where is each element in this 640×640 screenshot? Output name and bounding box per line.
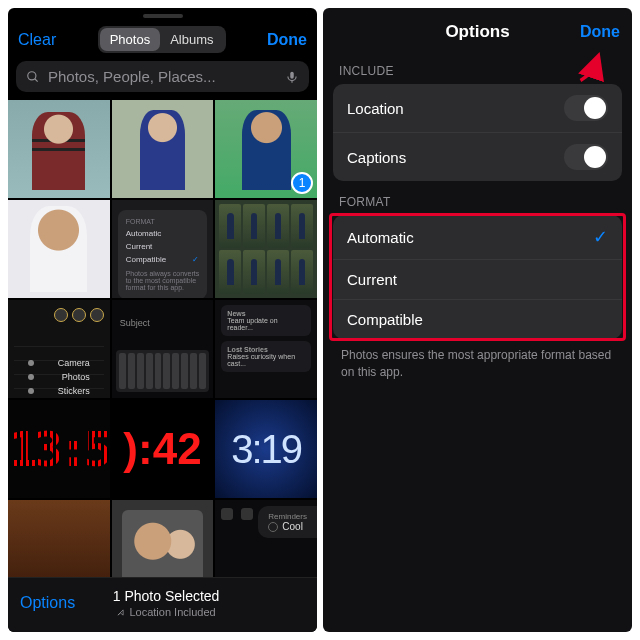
section-include-label: INCLUDE <box>323 50 632 84</box>
done-button[interactable]: Done <box>267 31 307 49</box>
photo-thumb[interactable] <box>8 500 110 577</box>
options-button[interactable]: Options <box>20 594 75 612</box>
format-footer-note: Photos ensures the most appropriate form… <box>323 339 632 381</box>
photo-thumb[interactable]: 13:5 <box>8 400 110 498</box>
photo-thumb[interactable]: Camera Photos Stickers Audio <box>8 300 110 398</box>
photo-picker-screen: Clear Photos Albums Done Photos, People,… <box>8 8 317 632</box>
captions-row[interactable]: Captions <box>333 132 622 181</box>
search-placeholder: Photos, People, Places... <box>48 68 277 85</box>
segment-albums[interactable]: Albums <box>160 28 223 51</box>
section-format-label: FORMAT <box>323 181 632 215</box>
include-group: Location Captions <box>333 84 622 181</box>
photo-thumb[interactable]: FORMAT Automatic Current Compatible Phot… <box>112 200 214 298</box>
format-compatible-label: Compatible <box>347 311 423 328</box>
format-automatic-row[interactable]: Automatic ✓ <box>333 215 622 259</box>
photo-thumb[interactable] <box>215 200 317 298</box>
location-row[interactable]: Location <box>333 84 622 132</box>
photo-thumb[interactable] <box>8 200 110 298</box>
photo-thumb[interactable]: Reminders Cool <box>215 500 317 577</box>
captions-toggle[interactable] <box>564 144 608 170</box>
search-field[interactable]: Photos, People, Places... <box>16 61 309 92</box>
photo-thumb[interactable] <box>112 100 214 198</box>
photo-thumb[interactable]: ):42 <box>112 400 214 498</box>
photo-thumb[interactable]: 3:19 <box>215 400 317 498</box>
location-included-label: Location Included <box>113 606 220 618</box>
captions-label: Captions <box>347 149 406 166</box>
done-button[interactable]: Done <box>580 23 620 41</box>
svg-point-0 <box>28 71 36 79</box>
svg-line-1 <box>35 78 38 81</box>
picker-header: Clear Photos Albums Done <box>8 22 317 61</box>
format-compatible-row[interactable]: Compatible <box>333 299 622 339</box>
segment-photos[interactable]: Photos <box>100 28 160 51</box>
location-icon <box>115 606 128 619</box>
view-segment[interactable]: Photos Albums <box>98 26 226 53</box>
location-toggle[interactable] <box>564 95 608 121</box>
options-header: Options Done <box>323 8 632 50</box>
format-automatic-label: Automatic <box>347 229 414 246</box>
dictate-icon[interactable] <box>285 70 299 84</box>
format-group: Automatic ✓ Current Compatible <box>333 215 622 339</box>
format-current-row[interactable]: Current <box>333 259 622 299</box>
photo-thumb[interactable]: Subject <box>112 300 214 398</box>
checkmark-icon: ✓ <box>593 226 608 248</box>
clear-button[interactable]: Clear <box>18 31 56 49</box>
photo-thumb-selected[interactable]: 1 <box>215 100 317 198</box>
format-popup-preview: FORMAT Automatic Current Compatible Phot… <box>118 210 208 298</box>
photo-thumb[interactable] <box>8 100 110 198</box>
photo-grid: 1 FORMAT Automatic Current Compatible Ph… <box>8 100 317 577</box>
page-title: Options <box>445 22 509 42</box>
picker-toolbar: Options 1 Photo Selected Location Includ… <box>8 577 317 632</box>
location-label: Location <box>347 100 404 117</box>
options-screen: Options Done INCLUDE Location Captions F… <box>323 8 632 632</box>
photo-thumb[interactable]: NewsTeam update on reader... Lost Storie… <box>215 300 317 398</box>
selection-count: 1 Photo Selected <box>113 588 220 604</box>
svg-rect-2 <box>290 71 294 78</box>
photo-thumb[interactable] <box>112 500 214 577</box>
search-icon <box>26 70 40 84</box>
format-current-label: Current <box>347 271 397 288</box>
sheet-grabber[interactable] <box>143 14 183 18</box>
